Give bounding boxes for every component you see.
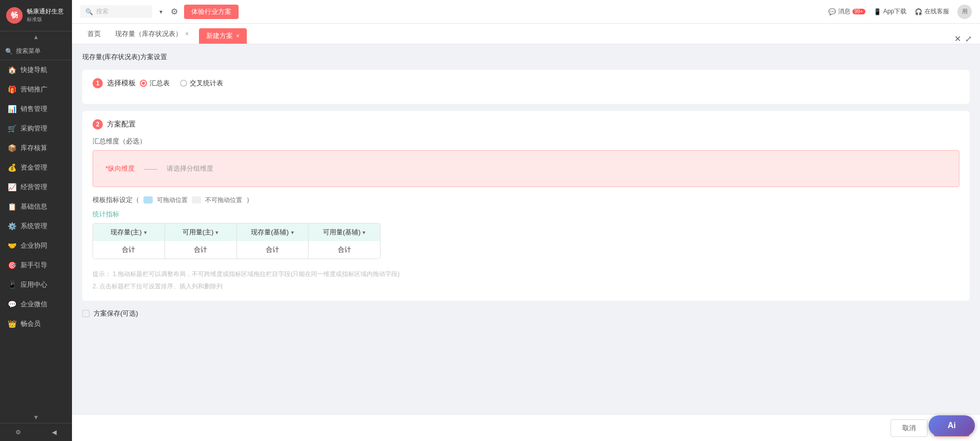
template-radio-group: 汇总表 交叉统计表 bbox=[140, 79, 223, 88]
sidebar-scroll-down[interactable]: ▼ bbox=[0, 412, 72, 423]
sidebar-item-label: 采购管理 bbox=[21, 124, 47, 133]
tab-home[interactable]: 首页 bbox=[80, 25, 108, 44]
ai-fab-button[interactable]: Ai bbox=[929, 415, 975, 436]
close-panel-icon[interactable]: ✕ bbox=[954, 34, 961, 44]
sidebar-item-system[interactable]: ⚙️ 系统管理 bbox=[0, 216, 72, 236]
sidebar-item-label: 企业协同 bbox=[21, 241, 47, 250]
ai-fab-label: Ai bbox=[948, 421, 956, 430]
legend-fixed-box bbox=[192, 196, 201, 204]
legend-draggable-box bbox=[143, 196, 153, 204]
sidebar-item-sales[interactable]: 📊 销售管理 bbox=[0, 99, 72, 119]
sidebar-item-membership[interactable]: 👑 畅会员 bbox=[0, 314, 72, 334]
stats-col-2-label: 可用量(主) bbox=[183, 228, 214, 237]
topbar-dropdown-icon[interactable]: ▾ bbox=[159, 8, 162, 15]
stats-col-1-label: 现存量(主) bbox=[111, 228, 142, 237]
sidebar-item-label: 畅会员 bbox=[21, 319, 41, 328]
trial-btn[interactable]: 体验行业方案 bbox=[184, 5, 239, 19]
tabbar: 首页 现存量（库存状况表） × 新建方案 × ✕ ⤢ bbox=[72, 24, 980, 44]
sidebar-item-marketing[interactable]: 🎁 营销推广 bbox=[0, 80, 72, 99]
sidebar-item-quick-nav[interactable]: 🏠 快捷导航 bbox=[0, 60, 72, 80]
stats-col-1-dropdown[interactable]: ▾ bbox=[144, 229, 147, 236]
app-center-icon: 📱 bbox=[7, 280, 16, 289]
legend-draggable-label: 可拖动位置 bbox=[157, 196, 188, 205]
sidebar-item-basic-info[interactable]: 📋 基础信息 bbox=[0, 197, 72, 216]
radio-cross[interactable]: 交叉统计表 bbox=[180, 79, 223, 88]
dimension-placeholder: 请选择分组维度 bbox=[167, 164, 213, 173]
purchase-icon: 🛒 bbox=[7, 124, 16, 133]
sidebar-item-inventory[interactable]: 📦 库存核算 bbox=[0, 138, 72, 158]
step1-header: 1 选择模板 汇总表 交叉统计表 bbox=[93, 78, 959, 88]
sidebar-item-app-center[interactable]: 📱 应用中心 bbox=[0, 275, 72, 295]
step1-card: 1 选择模板 汇总表 交叉统计表 bbox=[82, 70, 970, 104]
dimension-section-label: 汇总维度（必选） bbox=[93, 137, 959, 146]
sidebar-item-label: 新手引导 bbox=[21, 261, 47, 270]
tabbar-right: ✕ ⤢ bbox=[954, 34, 972, 44]
stats-col-4[interactable]: 可用量(基辅) ▾ bbox=[308, 224, 380, 241]
tab-inventory-close[interactable]: × bbox=[185, 30, 189, 38]
step2-header: 2 方案配置 bbox=[93, 119, 959, 130]
dimension-required-label: *纵向维度 bbox=[105, 164, 135, 173]
stats-col-3[interactable]: 现存量(基辅) ▾ bbox=[237, 224, 309, 241]
sidebar-search-label: 搜索菜单 bbox=[16, 47, 41, 56]
topbar-right: 💬 消息 99+ 📱 App下载 🎧 在线客服 用 bbox=[828, 5, 972, 19]
sidebar-collapse-btn[interactable]: ◀ bbox=[52, 429, 57, 436]
radio-summary-label: 汇总表 bbox=[150, 79, 170, 88]
sidebar-item-label: 库存核算 bbox=[21, 143, 47, 153]
tab-new-scheme[interactable]: 新建方案 × bbox=[199, 28, 247, 44]
save-section: 方案保存(可选) bbox=[82, 309, 970, 318]
sidebar-item-wechat[interactable]: 💬 企业微信 bbox=[0, 295, 72, 314]
sidebar-item-finance[interactable]: 💰 资金管理 bbox=[0, 158, 72, 177]
sidebar-search[interactable]: 🔍 搜索菜单 bbox=[0, 43, 72, 60]
topbar-gear-icon[interactable]: ⚙ bbox=[171, 7, 178, 16]
stats-table-header: 现存量(主) ▾ 可用量(主) ▾ 现存量(基辅) ▾ bbox=[93, 224, 380, 241]
quick-nav-icon: 🏠 bbox=[7, 65, 16, 75]
radio-summary-dot bbox=[140, 80, 147, 87]
sidebar-item-operations[interactable]: 📈 经营管理 bbox=[0, 177, 72, 197]
wechat-icon: 💬 bbox=[7, 300, 16, 309]
stats-table-body: 合计 合计 合计 合计 bbox=[93, 241, 380, 259]
legend-fixed-label: 不可拖动位置 bbox=[205, 196, 242, 205]
sidebar: 畅 畅康通好生意 标准版 ▲ 🔍 搜索菜单 🏠 快捷导航 🎁 营销推广 📊 销售… bbox=[0, 0, 72, 441]
sales-icon: 📊 bbox=[7, 104, 16, 114]
save-checkbox[interactable] bbox=[82, 310, 89, 317]
topbar-search-box[interactable]: 🔍 搜索 bbox=[80, 5, 152, 18]
topbar-messages[interactable]: 💬 消息 99+ bbox=[828, 7, 865, 16]
topbar-app-download[interactable]: 📱 App下载 bbox=[874, 7, 906, 16]
stats-col-2[interactable]: 可用量(主) ▾ bbox=[165, 224, 237, 241]
newbie-icon: 🎯 bbox=[7, 261, 16, 270]
marketing-icon: 🎁 bbox=[7, 85, 16, 94]
sidebar-scroll-up[interactable]: ▲ bbox=[0, 31, 72, 43]
tab-inventory[interactable]: 现存量（库存状况表） × bbox=[108, 25, 196, 44]
page-content: 现存量(库存状况表)方案设置 1 选择模板 汇总表 交叉统计表 bbox=[72, 44, 980, 414]
user-avatar[interactable]: 用 bbox=[957, 5, 972, 19]
phone-icon: 📱 bbox=[874, 8, 881, 15]
stats-table: 现存量(主) ▾ 可用量(主) ▾ 现存量(基辅) ▾ bbox=[93, 223, 380, 259]
stats-col-3-dropdown[interactable]: ▾ bbox=[291, 229, 294, 236]
indicator-section: 模板指标设定（ 可拖动位置 不可拖动位置 ） 统计指标 现存量(主) ▾ bbox=[93, 195, 959, 261]
sidebar-item-cooperation[interactable]: 🤝 企业协同 bbox=[0, 236, 72, 255]
topbar-msg-label: 消息 bbox=[838, 7, 850, 16]
step1-num: 1 bbox=[93, 78, 103, 88]
app-name: 畅康通好生意 bbox=[27, 8, 64, 16]
membership-icon: 👑 bbox=[7, 319, 16, 328]
cooperation-icon: 🤝 bbox=[7, 241, 16, 250]
topbar-service[interactable]: 🎧 在线客服 bbox=[915, 7, 949, 16]
topbar-search-placeholder: 搜索 bbox=[96, 7, 108, 16]
tab-new-scheme-close[interactable]: × bbox=[236, 32, 240, 40]
stats-col-2-dropdown[interactable]: ▾ bbox=[215, 229, 219, 236]
topbar: 🔍 搜索 ▾ ⚙ 体验行业方案 💬 消息 99+ 📱 App下载 🎧 在线客服 … bbox=[72, 0, 980, 24]
stats-col-1[interactable]: 现存量(主) ▾ bbox=[93, 224, 165, 241]
tab-inventory-label: 现存量（库存状况表） bbox=[115, 29, 182, 39]
radio-summary[interactable]: 汇总表 bbox=[140, 79, 170, 88]
stats-title: 统计指标 bbox=[93, 210, 959, 219]
service-label: 在线客服 bbox=[924, 7, 949, 16]
expand-panel-icon[interactable]: ⤢ bbox=[965, 34, 972, 44]
message-icon: 💬 bbox=[828, 8, 836, 15]
sidebar-settings-btn[interactable]: ⚙ bbox=[15, 429, 21, 436]
sidebar-item-newbie[interactable]: 🎯 新手引导 bbox=[0, 255, 72, 275]
cancel-button[interactable]: 取消 bbox=[891, 419, 928, 437]
sidebar-footer: ⚙ ◀ bbox=[0, 423, 72, 441]
dimension-box[interactable]: *纵向维度 —— 请选择分组维度 bbox=[93, 150, 959, 187]
sidebar-item-purchase[interactable]: 🛒 采购管理 bbox=[0, 119, 72, 138]
stats-col-4-dropdown[interactable]: ▾ bbox=[362, 229, 366, 236]
